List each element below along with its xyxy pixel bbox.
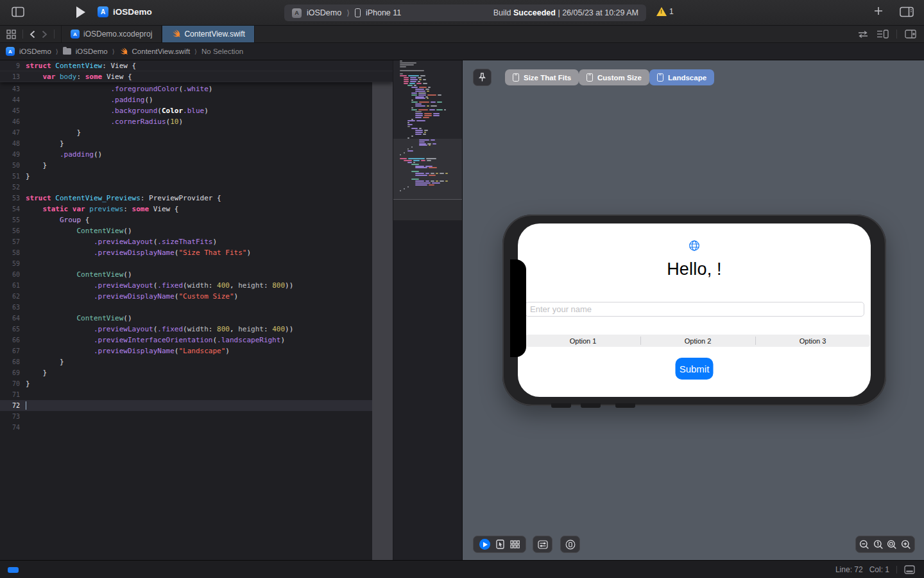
code-line[interactable]: 48 } xyxy=(0,138,393,149)
zoom-fit-icon[interactable] xyxy=(887,539,897,550)
preview-mode-size-that-fits[interactable]: Size That Fits xyxy=(505,69,579,85)
code-line[interactable]: 68 } xyxy=(0,356,393,367)
code-line[interactable]: 51} xyxy=(0,171,393,182)
code-line[interactable]: 44 .padding() xyxy=(0,94,393,105)
code-line[interactable]: 62 .previewDisplayName("Custom Size") xyxy=(0,291,393,302)
breadcrumb-file[interactable]: ContentView.swift xyxy=(132,48,191,55)
zoom-in-icon[interactable] xyxy=(901,539,911,550)
destination-name[interactable]: iPhone 11 xyxy=(366,8,401,17)
code-line[interactable]: 54 static var previews: some View { xyxy=(0,204,393,215)
code-line[interactable]: 67 .previewDisplayName("Landscape") xyxy=(0,346,393,356)
tab-iosdemo-xcodeproj[interactable]: A iOSDemo.xcodeproj xyxy=(61,26,162,42)
code-line[interactable]: 74 xyxy=(0,422,393,433)
source-editor[interactable]: 43 .foregroundColor(.white)44 .padding()… xyxy=(0,60,393,560)
code-line[interactable]: 72 xyxy=(0,400,372,411)
submit-button[interactable]: Submit xyxy=(676,358,714,380)
minimap-line xyxy=(424,115,432,116)
scheme-selector[interactable]: A iOSDemo ⟩ iPhone 11 Build Succeeded | … xyxy=(284,4,646,21)
go-back-icon[interactable] xyxy=(30,30,35,39)
toggle-inspector-icon[interactable] xyxy=(900,6,914,17)
minimap-line xyxy=(427,94,436,96)
tab-contentview-swift[interactable]: ContentView.swift xyxy=(162,26,255,42)
code-line[interactable]: 45 .background(Color.blue) xyxy=(0,105,393,116)
breadcrumb-group[interactable]: iOSDemo xyxy=(76,48,108,55)
toggle-navigator-icon[interactable] xyxy=(12,6,24,17)
minimap-line xyxy=(413,160,420,161)
breadcrumb-selection[interactable]: No Selection xyxy=(201,48,243,55)
code-line[interactable]: 60 ContentView() xyxy=(0,269,393,280)
related-items-icon[interactable] xyxy=(6,30,16,39)
segment-option-2[interactable]: Option 2 xyxy=(640,335,755,347)
minimap-viewport[interactable] xyxy=(393,139,463,220)
iphone-screen[interactable]: Hello, ! Option 1Option 2Option 3 Submit xyxy=(518,223,871,397)
code-line[interactable]: 50 } xyxy=(0,160,393,171)
library-add-icon[interactable] xyxy=(873,5,884,17)
code-line[interactable]: 46 .cornerRadius(10) xyxy=(0,116,393,127)
breadcrumb-project[interactable]: iOSDemo xyxy=(19,48,51,55)
preview-mode-custom-size[interactable]: Custom Size xyxy=(579,69,649,85)
line-number: 64 xyxy=(0,315,26,322)
minimap-line xyxy=(418,92,426,94)
tab-label: iOSDemo.xcodeproj xyxy=(83,30,152,39)
minimap-line xyxy=(407,162,412,163)
selectable-preview-icon[interactable] xyxy=(496,539,504,549)
code-line[interactable]: 73 xyxy=(0,411,393,422)
code-line[interactable]: 13 var body: some View { xyxy=(0,71,393,82)
code-line[interactable]: 64 ContentView() xyxy=(0,313,393,324)
line-number: 70 xyxy=(0,380,26,387)
code-line[interactable]: 70} xyxy=(0,378,393,389)
code-line[interactable]: 49 .padding() xyxy=(0,149,393,160)
code-line[interactable]: 65 .previewLayout(.fixed(width: 800, hei… xyxy=(0,324,393,335)
adjust-editor-icon[interactable] xyxy=(877,30,889,39)
zoom-out-icon[interactable] xyxy=(859,539,869,550)
code-line[interactable]: 56 ContentView() xyxy=(0,225,393,236)
scheme-name[interactable]: iOSDemo xyxy=(307,8,341,17)
minimap-line xyxy=(409,83,415,84)
code-line[interactable]: 52 xyxy=(0,182,393,193)
warning-badge[interactable]: 1 xyxy=(656,7,674,16)
iphone-preview-frame[interactable]: Hello, ! Option 1Option 2Option 3 Submit xyxy=(502,215,886,406)
code-review-icon[interactable] xyxy=(857,30,869,39)
minimap-line xyxy=(419,79,422,80)
code-line[interactable]: 69 } xyxy=(0,367,393,378)
project-name: iOSDemo xyxy=(113,7,152,17)
live-preview-icon[interactable] xyxy=(479,539,490,550)
code-line[interactable]: 58 .previewDisplayName("Size That Fits") xyxy=(0,247,393,258)
go-forward-icon[interactable] xyxy=(42,30,47,39)
minimap-line xyxy=(424,132,426,133)
device-icon xyxy=(586,73,593,82)
minimap-line xyxy=(418,77,422,78)
code-line[interactable]: 71 xyxy=(0,389,393,400)
build-status[interactable]: Build Succeeded | 26/05/23 at 10:29 AM xyxy=(493,8,638,17)
run-button[interactable] xyxy=(76,6,85,18)
mode-label: Size That Fits xyxy=(524,74,571,82)
minimap-line xyxy=(425,96,428,98)
zoom-controls xyxy=(855,536,915,553)
minimap[interactable] xyxy=(393,60,462,560)
code-line[interactable]: 47 } xyxy=(0,127,393,138)
globe-icon xyxy=(689,240,700,251)
code-line[interactable]: 61 .previewLayout(.fixed(width: 400, hei… xyxy=(0,280,393,291)
code-line[interactable]: 66 .previewInterfaceOrientation(.landsca… xyxy=(0,335,393,346)
environment-overrides-button[interactable] xyxy=(533,536,552,553)
code-line[interactable]: 43 .foregroundColor(.white) xyxy=(0,83,393,94)
segment-option-3[interactable]: Option 3 xyxy=(755,335,870,347)
code-line[interactable]: 59 xyxy=(0,258,393,269)
code-line[interactable]: 57 .previewLayout(.sizeThatFits) xyxy=(0,236,393,247)
add-editor-icon[interactable] xyxy=(905,30,916,39)
pin-preview-button[interactable] xyxy=(473,69,492,86)
minimap-line xyxy=(400,62,416,64)
segment-option-1[interactable]: Option 1 xyxy=(526,335,640,347)
preview-variants-icon[interactable] xyxy=(510,540,520,548)
minimap-line xyxy=(438,94,441,96)
code-line[interactable]: 53struct ContentView_Previews: PreviewPr… xyxy=(0,193,393,204)
zoom-100-icon[interactable] xyxy=(873,539,884,550)
code-line[interactable]: 9struct ContentView: View { xyxy=(0,60,393,71)
device-settings-button[interactable] xyxy=(560,536,580,553)
line-number: 56 xyxy=(0,227,26,234)
code-line[interactable]: 63 xyxy=(0,302,393,313)
name-input[interactable] xyxy=(525,302,864,317)
editor-mode-icon[interactable] xyxy=(904,565,915,574)
code-line[interactable]: 55 Group { xyxy=(0,215,393,225)
preview-mode-landscape[interactable]: Landscape xyxy=(649,69,714,85)
